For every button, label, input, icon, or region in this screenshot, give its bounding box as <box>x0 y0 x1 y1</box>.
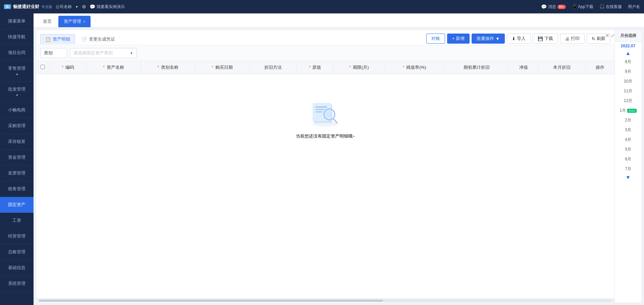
sidebar-item-retail[interactable]: 零售管理 ▼ <box>0 61 34 82</box>
messages-button[interactable]: 💬 消息 99+ <box>541 4 566 10</box>
app-name: 畅捷通好业财 <box>13 4 39 10</box>
user-info[interactable]: 用户名 <box>628 4 640 10</box>
ai-badge: Ai <box>4 4 11 9</box>
select-all-checkbox[interactable] <box>41 65 45 69</box>
empty-text: 当前您还没有固定资产明细哦~ <box>296 133 355 139</box>
col-net-value: 净值 <box>509 61 538 74</box>
sidebar-item-tax[interactable]: 税务管理 <box>0 181 34 197</box>
month-item-5[interactable]: 5月 <box>615 145 641 154</box>
sidebar-item-system[interactable]: 系统管理 <box>0 276 34 292</box>
scrollbar-track[interactable] <box>39 300 612 302</box>
month-item-12[interactable]: 12月 <box>615 96 641 106</box>
col-operations: 操作 <box>585 61 614 74</box>
empty-state: 当前您还没有固定资产明细哦~ <box>36 74 614 159</box>
month-down-button[interactable]: ▼ <box>626 174 631 181</box>
year-2023-badge: 2023 <box>627 109 637 113</box>
svg-rect-4 <box>315 109 325 110</box>
svg-rect-5 <box>315 111 323 112</box>
add-button[interactable]: + 新增 <box>447 34 470 44</box>
sub-tab-asset-detail[interactable]: 📋 资产明细 <box>40 34 75 45</box>
select-all-header <box>36 61 50 74</box>
sidebar-item-ecommerce[interactable]: 小畅电商 <box>0 102 34 118</box>
col-depreciation-method: 折旧方法 <box>250 61 297 74</box>
import-icon: ⬇ <box>512 36 516 41</box>
month-item-2[interactable]: 2月 <box>615 115 641 125</box>
download-button[interactable]: 💾 下载 <box>533 34 558 44</box>
sidebar-item-finance[interactable]: 资金管理 <box>0 150 34 165</box>
month-item-6[interactable]: 6月 <box>615 154 641 164</box>
scrollbar-thumb[interactable] <box>39 300 383 302</box>
month-up-button[interactable]: ▲ <box>626 50 631 57</box>
scrollbar-bottom[interactable] <box>36 298 614 302</box>
month-item-8[interactable]: 8月 <box>615 57 641 67</box>
panel-controls: ✕ ⤢ <box>605 33 615 38</box>
batch-dropdown-icon: ▼ <box>495 36 500 41</box>
current-year-label: 2022.07 <box>615 42 641 50</box>
app-edition: 专业版 <box>41 4 52 9</box>
sidebar-item-assets[interactable]: 固定资产 <box>0 197 34 213</box>
online-service-button[interactable]: 🎧 在线客服 <box>599 4 622 10</box>
month-item-7[interactable]: 7月 <box>615 164 641 174</box>
top-bar-right: 💬 消息 99+ 📱 App下载 🎧 在线客服 用户名 <box>541 4 640 10</box>
sub-tab-change-voucher[interactable]: 📄 变更生成凭证 <box>76 34 120 45</box>
col-monthly-depreciation: 本月折旧 <box>538 61 585 74</box>
tab-asset-mgmt[interactable]: 资产管理 × <box>58 16 91 27</box>
sidebar-item-ledger[interactable]: 总账管理 <box>0 244 34 260</box>
refresh-icon: ↻ <box>592 36 595 41</box>
sub-tabs: 📋 资产明细 📄 变更生成凭证 对账 + 新增 <box>36 30 614 45</box>
wholesale-arrow-icon: ▼ <box>16 94 19 97</box>
company-dropdown-icon[interactable]: ▼ <box>75 5 78 9</box>
month-item-1-2023[interactable]: 1月 2023 <box>615 106 641 115</box>
col-accumulated-depreciation: 期初累计折旧 <box>444 61 509 74</box>
sidebar-item-purchase[interactable]: 采购管理 <box>0 118 34 134</box>
sidebar-item-invoice[interactable]: 发票管理 <box>0 165 34 181</box>
asset-detail-icon: 📋 <box>45 37 51 42</box>
month-selector-panel: 月份选择 2022.07 ▲ 8月 9月 10月 11月 12月 1月 2023… <box>614 30 641 302</box>
print-icon: 🖨 <box>565 36 570 41</box>
demo-link[interactable]: 💬 我要看实例演示 <box>90 4 125 10</box>
sidebar-item-inventory[interactable]: 库存核算 <box>0 134 34 150</box>
sidebar-item-operations[interactable]: 经营管理 <box>0 228 34 244</box>
company-name[interactable]: 公司名称 <box>56 4 72 10</box>
tab-close-icon[interactable]: × <box>83 19 85 23</box>
month-item-4[interactable]: 4月 <box>615 135 641 145</box>
settings-icon[interactable]: ⚙ <box>82 4 86 9</box>
filter-bar: 类别 请选择固定资产类别 ▼ <box>36 45 614 61</box>
panel-expand-button[interactable]: ⤢ <box>611 33 615 38</box>
app-download-button[interactable]: 📱 App下载 <box>572 4 593 10</box>
tab-bar: 首页 资产管理 × <box>34 13 644 28</box>
asset-table-container: * 编码 * 资产名称 * 类别名称 <box>36 61 614 298</box>
col-name: * 资产名称 <box>86 61 141 74</box>
col-category: * 类别名称 <box>141 61 195 74</box>
messages-badge: 99+ <box>557 5 566 9</box>
col-original-value: * 原值 <box>297 61 333 74</box>
empty-icon <box>305 94 345 128</box>
month-item-9[interactable]: 9月 <box>615 67 641 77</box>
sidebar-item-project[interactable]: 项目合同 <box>0 45 34 61</box>
tab-home[interactable]: 首页 <box>38 16 57 27</box>
app-logo: Ai 畅捷通好业财 专业版 <box>4 4 52 10</box>
sidebar-item-nav[interactable]: 快捷导航 <box>0 29 34 45</box>
asset-detail-label: 资产明细 <box>53 36 70 42</box>
col-period: * 期限(月) <box>333 61 385 74</box>
sidebar-item-wholesale[interactable]: 批发管理 ▼ <box>0 82 34 102</box>
print-button[interactable]: 🖨 打印 <box>560 34 585 44</box>
page-content: 📋 资产明细 📄 变更生成凭证 对账 + 新增 <box>36 30 641 302</box>
batch-button[interactable]: 批量操作 ▼ <box>472 34 505 44</box>
import-button[interactable]: ⬇ 导入 <box>507 34 531 44</box>
top-bar: Ai 畅捷通好业财 专业版 公司名称 ▼ ⚙ 💬 我要看实例演示 💬 消息 99… <box>0 0 644 13</box>
month-item-3[interactable]: 3月 <box>615 125 641 135</box>
panel-close-button[interactable]: ✕ <box>605 33 609 38</box>
category-input[interactable]: 请选择固定资产类别 ▼ <box>70 48 137 58</box>
month-item-11[interactable]: 11月 <box>615 86 641 96</box>
sidebar-item-salary[interactable]: 工资 <box>0 213 34 228</box>
col-code: * 编码 <box>50 61 86 74</box>
sidebar-item-base[interactable]: 基础信息 <box>0 260 34 276</box>
col-residual-rate: * 残值率(%) <box>385 61 444 74</box>
match-button[interactable]: 对账 <box>426 34 445 44</box>
sidebar-item-search[interactable]: 搜索菜单 <box>0 13 34 29</box>
svg-point-7 <box>326 111 333 118</box>
month-item-10[interactable]: 10月 <box>615 77 641 86</box>
category-select[interactable]: 类别 <box>40 48 67 58</box>
main-layout: 搜索菜单 快捷导航 项目合同 零售管理 ▼ 批发管理 ▼ 小畅电商 采购管理 库… <box>0 13 644 305</box>
